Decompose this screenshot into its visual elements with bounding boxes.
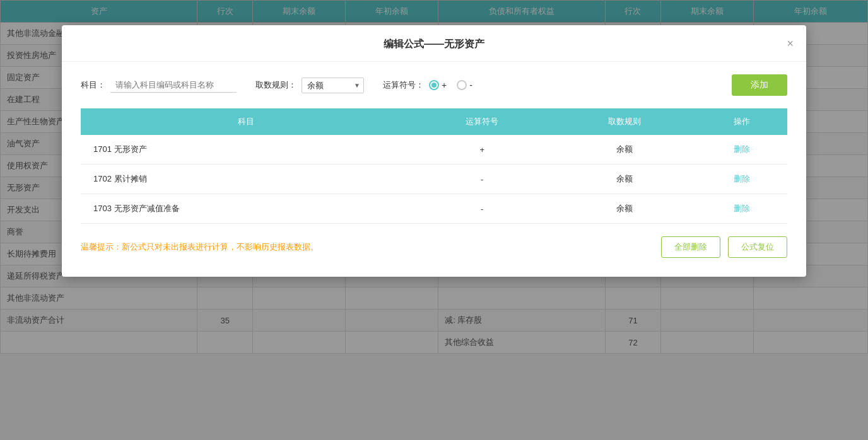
modal-cell-subject: 1701 无形资产 [81,135,411,165]
edit-formula-modal: 编辑公式——无形资产 × 科目： 取数规则： 余额 借方 贷方 借方发生额 贷方… [62,25,806,277]
modal-cell-action: 删除 [696,165,787,194]
subject-input[interactable] [110,78,237,93]
radio-circle-minus [457,80,467,90]
delete-all-button[interactable]: 全部删除 [661,236,720,258]
modal-footer: 温馨提示：新公式只对未出报表进行计算，不影响历史报表数据。 全部删除 公式复位 [62,224,806,258]
operator-plus-label: + [442,80,447,90]
modal-title: 编辑公式——无形资产 [384,38,484,51]
table-header-subject: 科目 [81,108,411,135]
subject-label: 科目： [81,79,105,91]
subject-group: 科目： [81,78,237,93]
operator-label: 运算符号： [383,79,424,91]
formula-table: 科目 运算符号 取数规则 操作 1701 无形资产 + 余额 删除 1702 累… [81,108,787,224]
delete-link[interactable]: 删除 [734,204,750,213]
footer-buttons: 全部删除 公式复位 [661,236,787,258]
rule-select[interactable]: 余额 借方 贷方 借方发生额 贷方发生额 [302,78,364,93]
modal-table-row: 1703 无形资产减值准备 - 余额 删除 [81,194,787,224]
rule-select-wrap: 余额 借方 贷方 借方发生额 贷方发生额 ▼ [302,78,364,93]
table-header-action: 操作 [696,108,787,135]
modal-cell-operator: - [411,194,553,224]
operator-minus-radio[interactable]: - [457,80,472,90]
operator-radio-group: + - [429,80,472,90]
operator-group: 运算符号： + - [383,79,472,91]
radio-circle-plus [429,80,439,90]
modal-table-row: 1702 累计摊销 - 余额 删除 [81,165,787,194]
formula-form: 科目： 取数规则： 余额 借方 贷方 借方发生额 贷方发生额 ▼ 运算 [62,62,806,108]
hint-text: 温馨提示：新公式只对未出报表进行计算，不影响历史报表数据。 [81,241,319,253]
modal-cell-action: 删除 [696,135,787,165]
modal-cell-operator: - [411,165,553,194]
modal-table-row: 1701 无形资产 + 余额 删除 [81,135,787,165]
table-header-operator: 运算符号 [411,108,553,135]
add-button[interactable]: 添加 [732,74,787,96]
modal-overlay: 编辑公式——无形资产 × 科目： 取数规则： 余额 借方 贷方 借方发生额 贷方… [0,0,868,440]
reset-formula-button[interactable]: 公式复位 [728,236,787,258]
operator-minus-label: - [469,80,472,90]
rule-group: 取数规则： 余额 借方 贷方 借方发生额 贷方发生额 ▼ [255,78,364,93]
formula-table-wrap: 科目 运算符号 取数规则 操作 1701 无形资产 + 余额 删除 1702 累… [62,108,806,224]
modal-cell-rule: 余额 [553,165,696,194]
modal-header: 编辑公式——无形资产 × [62,25,806,62]
modal-cell-operator: + [411,135,553,165]
modal-cell-rule: 余额 [553,135,696,165]
rule-label: 取数规则： [255,79,296,91]
modal-cell-rule: 余额 [553,194,696,224]
modal-cell-action: 删除 [696,194,787,224]
delete-link[interactable]: 删除 [734,144,750,154]
delete-link[interactable]: 删除 [734,174,750,183]
table-header-rule: 取数规则 [553,108,696,135]
modal-close-button[interactable]: × [787,38,794,49]
modal-cell-subject: 1702 累计摊销 [81,165,411,194]
modal-cell-subject: 1703 无形资产减值准备 [81,194,411,224]
operator-plus-radio[interactable]: + [429,80,447,90]
